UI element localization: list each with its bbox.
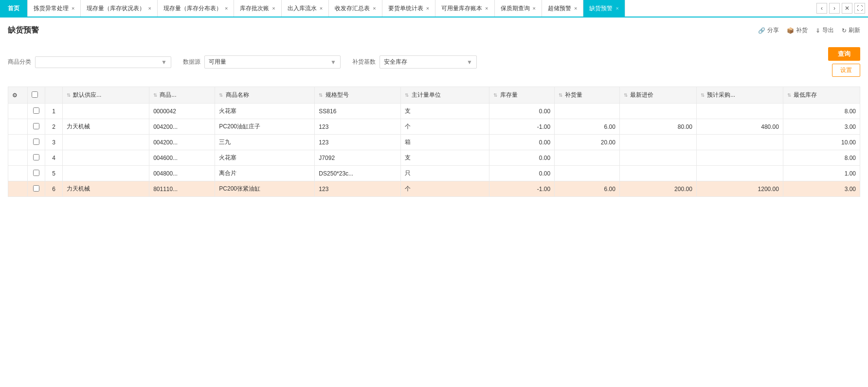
table-row: 6 力天机械 801110... PC200张紧油缸 123 个 -1.00 6… xyxy=(8,181,860,197)
col-spec[interactable]: ⇅ 规格型号 xyxy=(315,87,401,104)
row-stock-2: 0.00 xyxy=(489,135,555,150)
col-default-supplier[interactable]: ⇅ 默认供应... xyxy=(63,87,149,104)
table-row: 1 0000042 火花塞 SS816 支 0.00 8.00 xyxy=(8,104,860,119)
col-restock-qty[interactable]: ⇅ 补货量 xyxy=(555,87,620,104)
row-checkbox-cell-5[interactable] xyxy=(28,181,45,197)
col-gear[interactable]: ⚙ xyxy=(8,87,28,104)
row-checkbox-0[interactable] xyxy=(33,107,39,114)
row-estimated-4 xyxy=(696,166,783,181)
page-header: 缺货预警 🔗 分享 📦 补货 ⇓ 导出 ↻ 刷新 xyxy=(8,25,860,35)
col-select-all[interactable] xyxy=(28,87,45,104)
row-checkbox-cell-4[interactable] xyxy=(28,166,45,181)
row-code-1: 004200... xyxy=(149,119,215,135)
row-gear-0[interactable] xyxy=(8,104,28,119)
row-gear-3[interactable] xyxy=(8,150,28,166)
data-table: ⚙ ⇅ 默认供应... ⇅ 商品... ⇅ 商品名称 xyxy=(8,87,860,197)
col-latest-price[interactable]: ⇅ 最新进价 xyxy=(619,87,696,104)
tab-10-close[interactable]: × xyxy=(574,5,577,11)
row-checkbox-cell-1[interactable] xyxy=(28,119,45,135)
col-unit[interactable]: ⇅ 主计量单位 xyxy=(401,87,489,104)
datasource-select[interactable]: 可用量 ▼ xyxy=(204,55,341,69)
row-checkbox-4[interactable] xyxy=(33,170,39,176)
row-checkbox-5[interactable] xyxy=(33,185,39,192)
row-gear-1[interactable] xyxy=(8,119,28,135)
tab-6-close[interactable]: × xyxy=(373,5,376,11)
tab-home[interactable]: 首页 xyxy=(0,0,28,17)
row-checkbox-cell-2[interactable] xyxy=(28,135,45,150)
col-stock[interactable]: ⇅ 库存量 xyxy=(489,87,555,104)
select-all-checkbox[interactable] xyxy=(32,91,38,98)
row-min-stock-3: 8.00 xyxy=(783,150,860,166)
tab-10[interactable]: 超储预警 × xyxy=(542,0,583,17)
tab-4-close[interactable]: × xyxy=(272,5,275,11)
tab-6[interactable]: 收发存汇总表 × xyxy=(329,0,382,17)
row-checkbox-1[interactable] xyxy=(33,123,39,129)
query-button[interactable]: 查询 xyxy=(828,47,860,61)
tab-11[interactable]: 缺货预警 × xyxy=(583,0,625,17)
row-restock-4 xyxy=(555,166,620,181)
row-supplier-5: 力天机械 xyxy=(63,181,149,197)
tab-3-close[interactable]: × xyxy=(225,5,228,11)
sort-icon-10: ⇅ xyxy=(787,92,791,98)
row-gear-5[interactable] xyxy=(8,181,28,197)
tab-8[interactable]: 可用量库存账本 × xyxy=(435,0,494,17)
sort-icon-4: ⇅ xyxy=(319,92,323,98)
tab-prev-btn[interactable]: ‹ xyxy=(816,3,827,14)
tab-next-btn[interactable]: › xyxy=(829,3,840,14)
row-supplier-3 xyxy=(63,150,149,166)
row-checkbox-2[interactable] xyxy=(33,139,39,145)
col-min-stock[interactable]: ⇅ 最低库存 xyxy=(783,87,860,104)
tab-7-close[interactable]: × xyxy=(426,5,429,11)
row-checkbox-cell-3[interactable] xyxy=(28,150,45,166)
table-row: 2 力天机械 004200... PC200油缸庄子 123 个 -1.00 6… xyxy=(8,119,860,135)
row-name-5: PC200张紧油缸 xyxy=(215,181,315,197)
tab-3[interactable]: 现存量（库存分布表） × xyxy=(158,0,234,17)
share-icon: 🔗 xyxy=(758,27,765,34)
col-product-name[interactable]: ⇅ 商品名称 xyxy=(215,87,315,104)
col-product-code[interactable]: ⇅ 商品... xyxy=(149,87,215,104)
tab-9-close[interactable]: × xyxy=(533,5,536,11)
filter-actions: 查询 设置 xyxy=(828,47,860,77)
tab-1-close[interactable]: × xyxy=(72,5,74,11)
row-checkbox-cell-0[interactable] xyxy=(28,104,45,119)
restock-base-select[interactable]: 安全库存 ▼ xyxy=(380,55,477,69)
tab-7[interactable]: 要货单统计表 × xyxy=(382,0,435,17)
row-estimated-2 xyxy=(696,135,783,150)
refresh-action[interactable]: ↻ 刷新 xyxy=(842,26,860,35)
row-name-2: 三九 xyxy=(215,135,315,150)
tab-8-close[interactable]: × xyxy=(485,5,488,11)
category-select[interactable]: ▼ xyxy=(35,56,171,68)
row-gear-2[interactable] xyxy=(8,135,28,150)
row-min-stock-1: 3.00 xyxy=(783,119,860,135)
restock-action[interactable]: 📦 补货 xyxy=(787,26,808,35)
row-unit-4: 只 xyxy=(401,166,489,181)
tab-5[interactable]: 出入库流水 × xyxy=(282,0,329,17)
row-min-stock-4: 1.00 xyxy=(783,166,860,181)
col-estimated-purchase[interactable]: ⇅ 预计采购... xyxy=(696,87,783,104)
tab-expand-btn[interactable]: ⛶ xyxy=(854,3,865,14)
tab-2-close[interactable]: × xyxy=(148,5,151,11)
category-label: 商品分类 xyxy=(8,58,31,66)
row-restock-2: 20.00 xyxy=(555,135,620,150)
row-spec-1: 123 xyxy=(315,119,401,135)
row-spec-2: 123 xyxy=(315,135,401,150)
export-action[interactable]: ⇓ 导出 xyxy=(815,26,834,35)
tab-5-close[interactable]: × xyxy=(320,5,323,11)
tab-9[interactable]: 保质期查询 × xyxy=(495,0,542,17)
row-checkbox-3[interactable] xyxy=(33,154,39,160)
share-action[interactable]: 🔗 分享 xyxy=(758,26,779,35)
settings-button[interactable]: 设置 xyxy=(832,64,860,77)
row-gear-4[interactable] xyxy=(8,166,28,181)
tab-11-close[interactable]: × xyxy=(615,5,618,11)
page-title: 缺货预警 xyxy=(8,25,39,35)
tab-2[interactable]: 现存量（库存状况表） × xyxy=(81,0,157,17)
tab-close-all-btn[interactable]: ✕ xyxy=(842,3,852,14)
row-stock-5: -1.00 xyxy=(489,181,555,197)
table-row: 3 004200... 三九 123 箱 0.00 20.00 10.00 xyxy=(8,135,860,150)
datasource-filter-group: 数据源 可用量 ▼ xyxy=(183,55,341,69)
tab-4[interactable]: 库存批次账 × xyxy=(234,0,281,17)
tab-1[interactable]: 拣货异常处理 × xyxy=(28,0,81,17)
row-restock-5: 6.00 xyxy=(555,181,620,197)
row-code-0: 0000042 xyxy=(149,104,215,119)
export-icon: ⇓ xyxy=(815,27,820,34)
